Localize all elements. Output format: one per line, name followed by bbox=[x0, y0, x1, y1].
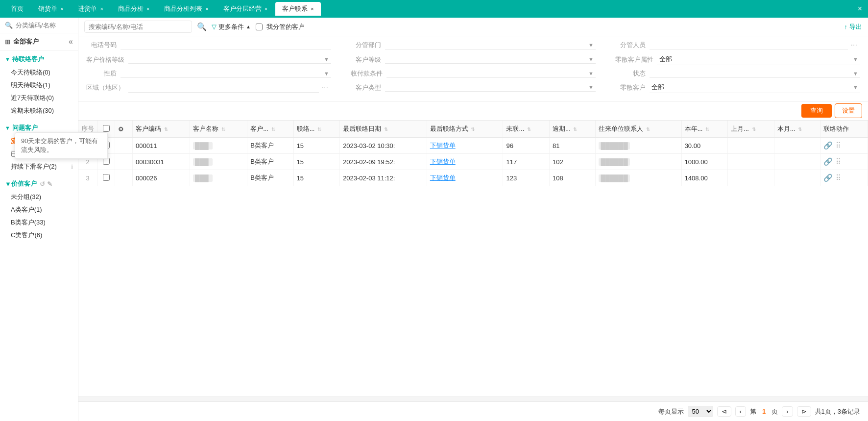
row2-contacts-blur: ██████ bbox=[599, 158, 629, 166]
payment-select[interactable]: ▼ bbox=[386, 70, 596, 78]
row3-this-month bbox=[774, 170, 820, 186]
filter-search-button[interactable]: 🔍 bbox=[197, 22, 207, 31]
edit-icon[interactable]: ✎ bbox=[47, 180, 52, 188]
collapse-sidebar-icon[interactable]: « bbox=[69, 37, 73, 46]
settings-button[interactable]: 设置 bbox=[835, 103, 862, 118]
horizontal-scrollbar[interactable] bbox=[78, 396, 868, 401]
sidebar-item-today-pending[interactable]: 今天待联络(0) bbox=[0, 66, 78, 79]
row1-last-way-link[interactable]: 下销货单 bbox=[430, 142, 456, 149]
query-button[interactable]: 查询 bbox=[801, 104, 832, 118]
row3-checkbox[interactable] bbox=[103, 174, 110, 181]
col-contacts-sort-icon[interactable]: ⇅ bbox=[646, 126, 650, 132]
manager-dots-icon[interactable]: ··· bbox=[848, 41, 860, 50]
row2-contact: 15 bbox=[293, 154, 340, 170]
col-last-month-sort-icon[interactable]: ⇅ bbox=[752, 126, 756, 132]
row3-link-icon[interactable]: 🔗 bbox=[823, 173, 833, 182]
purchase-tab-label: 进货单 bbox=[78, 4, 97, 13]
region-dots-icon[interactable]: ··· bbox=[319, 83, 331, 92]
manager-input[interactable] bbox=[650, 40, 848, 50]
row3-more-icon[interactable]: ⠿ bbox=[836, 173, 841, 182]
row2-more-icon[interactable]: ⠿ bbox=[836, 157, 841, 166]
row3-last-way-link[interactable]: 下销货单 bbox=[430, 174, 456, 181]
sidebar-search-input[interactable] bbox=[16, 22, 73, 29]
status-select[interactable]: ▼ bbox=[650, 70, 860, 78]
last-page-button[interactable]: ⊳ bbox=[797, 406, 811, 417]
col-this-month-sort-icon[interactable]: ⇅ bbox=[798, 126, 802, 132]
row3-name-blur: ███ bbox=[193, 174, 213, 182]
close-purchase-tab-icon[interactable]: × bbox=[100, 6, 103, 12]
row1-contacts-blur: ██████ bbox=[599, 142, 629, 149]
row1-link-icon[interactable]: 🔗 bbox=[823, 141, 833, 150]
close-product-analysis-tab-icon[interactable]: × bbox=[146, 6, 149, 12]
filter-my-customers[interactable]: 我分管的客户 bbox=[256, 23, 305, 31]
field-customer-grade: 客户等级 ▼ bbox=[351, 55, 596, 64]
col-overdue-sort-icon[interactable]: ⇅ bbox=[573, 126, 577, 132]
nature-select[interactable]: ▼ bbox=[121, 70, 331, 78]
value-arrow-icon: ▼ bbox=[5, 180, 11, 188]
all-customers-label: 全部客户 bbox=[13, 37, 39, 46]
col-last-way-sort-icon[interactable]: ⇅ bbox=[471, 126, 475, 132]
tab-product-analysis[interactable]: 商品分析 × bbox=[111, 2, 156, 16]
dept-select[interactable]: ▼ bbox=[385, 41, 596, 50]
col-this-month-label: 本月... bbox=[777, 125, 796, 132]
sidebar-item-class-b[interactable]: B类客户(33) bbox=[0, 216, 78, 229]
refresh-icon[interactable]: ↺ bbox=[40, 180, 45, 188]
export-button[interactable]: ↑ 导出 bbox=[844, 23, 863, 31]
filter-more-button[interactable]: ▽ 更多条件 ▲ bbox=[212, 23, 251, 31]
sidebar-section-pending-title[interactable]: ▼ 待联络客户 bbox=[0, 52, 78, 66]
col-code-sort-icon[interactable]: ⇅ bbox=[164, 126, 168, 132]
col-uncontacted-sort-icon[interactable]: ⇅ bbox=[527, 126, 531, 132]
col-name-sort-icon[interactable]: ⇅ bbox=[221, 126, 225, 132]
tab-sales[interactable]: 销货单 × bbox=[31, 2, 70, 16]
retail-customer-select[interactable]: 全部 ▼ bbox=[650, 82, 860, 93]
retail-attr-select[interactable]: 全部 ▼ bbox=[657, 54, 860, 65]
customer-type-select[interactable]: ▼ bbox=[385, 83, 596, 92]
sidebar-item-class-a[interactable]: A类客户(1) bbox=[0, 203, 78, 216]
sidebar-item-class-c[interactable]: C类客户(6) bbox=[0, 229, 78, 242]
filter-search-input[interactable] bbox=[84, 21, 192, 33]
phone-input[interactable] bbox=[121, 40, 331, 50]
my-customers-checkbox[interactable] bbox=[256, 24, 263, 30]
close-all-button[interactable]: × bbox=[856, 2, 864, 15]
close-customer-contact-tab-icon[interactable]: × bbox=[311, 6, 313, 12]
sidebar-section-value-title[interactable]: ▼ 价值客户 ↺ ✎ bbox=[0, 177, 78, 191]
col-this-year-sort-icon[interactable]: ⇅ bbox=[705, 126, 709, 132]
price-grade-select[interactable]: ▼ bbox=[128, 55, 331, 64]
col-type-sort-icon[interactable]: ⇅ bbox=[271, 126, 275, 132]
prev-page-button[interactable]: ‹ bbox=[735, 406, 746, 417]
row2-this-month bbox=[774, 154, 820, 170]
row1-more-icon[interactable]: ⠿ bbox=[836, 141, 841, 150]
tab-purchase[interactable]: 进货单 × bbox=[71, 2, 110, 16]
col-header-setting[interactable]: ⚙ bbox=[115, 121, 133, 138]
pending-arrow-icon: ▼ bbox=[5, 56, 10, 62]
region-input[interactable] bbox=[128, 83, 319, 93]
sidebar-all-customers[interactable]: ⊞ 全部客户 « bbox=[0, 33, 78, 50]
col-contact-sort-icon[interactable]: ⇅ bbox=[317, 126, 321, 132]
next-page-button[interactable]: › bbox=[782, 406, 793, 417]
customer-grade-select[interactable]: ▼ bbox=[385, 55, 596, 64]
price-grade-chevron-icon: ▼ bbox=[324, 56, 329, 62]
close-customer-segment-tab-icon[interactable]: × bbox=[265, 6, 267, 12]
close-product-analysis-list-tab-icon[interactable]: × bbox=[205, 6, 208, 12]
tab-home[interactable]: 首页 bbox=[4, 2, 30, 16]
row2-this-year: 1000.00 bbox=[681, 154, 728, 170]
first-page-button[interactable]: ⊲ bbox=[717, 406, 731, 417]
select-all-checkbox[interactable] bbox=[103, 125, 110, 132]
close-sales-tab-icon[interactable]: × bbox=[60, 6, 63, 12]
sidebar-item-ungroup[interactable]: 未分组(32) bbox=[0, 191, 78, 203]
per-page-select[interactable]: 50 100 200 bbox=[688, 406, 713, 417]
sidebar-item-declining[interactable]: 持续下滑客户(2) ℹ bbox=[0, 160, 78, 173]
row3-uncontacted: 123 bbox=[503, 170, 550, 186]
tab-customer-segment[interactable]: 客户分层经营 × bbox=[217, 2, 274, 16]
sidebar-item-overdue-contact[interactable]: 逾期未联络(30) bbox=[0, 104, 78, 117]
tab-customer-contact[interactable]: 客户联系 × bbox=[275, 2, 320, 16]
sidebar-item-7days-pending[interactable]: 近7天待联络(0) bbox=[0, 92, 78, 104]
tab-product-analysis-list[interactable]: 商品分析列表 × bbox=[157, 2, 215, 16]
row1-name: ███ bbox=[190, 138, 247, 154]
row2-last-way-link[interactable]: 下销货单 bbox=[430, 158, 456, 165]
col-last-date-sort-icon[interactable]: ⇅ bbox=[384, 126, 388, 132]
field-phone: 电话号码 bbox=[86, 40, 331, 50]
row3-contacts-blur: ██████ bbox=[599, 174, 629, 182]
row2-link-icon[interactable]: 🔗 bbox=[823, 157, 833, 166]
sidebar-item-tomorrow-pending[interactable]: 明天待联络(1) bbox=[0, 79, 78, 92]
